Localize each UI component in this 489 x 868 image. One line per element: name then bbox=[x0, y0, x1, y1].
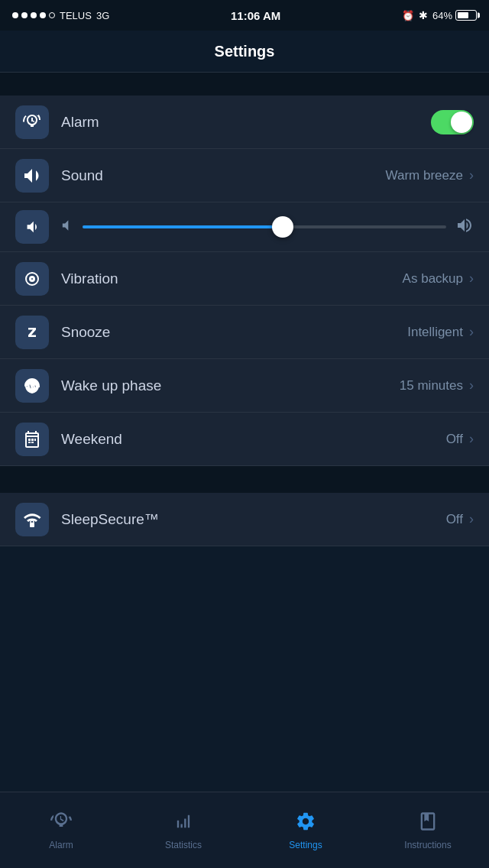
volume-slider-fill bbox=[83, 225, 283, 228]
sleepsecure-label: SleepSecure™ bbox=[61, 511, 446, 528]
instructions-tab-label: Instructions bbox=[404, 840, 451, 850]
instructions-tab-icon bbox=[417, 811, 439, 835]
signal-dot-5 bbox=[49, 12, 55, 18]
vibration-value: As backup bbox=[403, 271, 463, 287]
svg-rect-8 bbox=[31, 442, 34, 443]
signal-dot-4 bbox=[40, 12, 46, 18]
status-right: ⏰ ✱ 64% bbox=[402, 9, 477, 21]
statistics-tab-icon bbox=[173, 811, 194, 835]
volume-high-icon bbox=[455, 216, 474, 238]
svg-rect-4 bbox=[28, 439, 31, 441]
wakeup-chevron: › bbox=[469, 377, 474, 394]
network-type: 3G bbox=[96, 10, 109, 21]
snooze-chevron: › bbox=[469, 324, 474, 340]
vibration-icon bbox=[15, 262, 49, 296]
alarm-tab-label: Alarm bbox=[49, 840, 73, 850]
status-bar: TELUS 3G 11:06 AM ⏰ ✱ 64% bbox=[0, 0, 489, 31]
battery-icon bbox=[455, 10, 477, 21]
svg-rect-9 bbox=[30, 523, 34, 527]
tab-statistics[interactable]: Statistics bbox=[122, 792, 244, 868]
sound-label: Sound bbox=[61, 167, 386, 184]
carrier-text: TELUS bbox=[60, 10, 92, 21]
volume-icon-box bbox=[15, 210, 49, 244]
tab-instructions[interactable]: Instructions bbox=[367, 792, 489, 868]
wakeup-value: 15 minutes bbox=[400, 378, 463, 394]
weekend-value: Off bbox=[446, 432, 463, 447]
battery-percent: 64% bbox=[432, 10, 452, 21]
alarm-toggle-knob bbox=[451, 112, 472, 133]
battery-container: 64% bbox=[432, 10, 477, 21]
signal-dot-1 bbox=[12, 12, 18, 18]
top-spacer bbox=[0, 73, 489, 96]
statistics-tab-label: Statistics bbox=[165, 840, 202, 850]
snooze-icon bbox=[15, 316, 49, 349]
status-time: 11:06 AM bbox=[231, 9, 280, 22]
volume-row bbox=[0, 202, 489, 252]
status-left: TELUS 3G bbox=[12, 10, 109, 21]
wakeup-row[interactable]: Wake up phase 15 minutes › bbox=[0, 359, 489, 413]
volume-slider-thumb[interactable] bbox=[272, 216, 293, 238]
signal-dot-2 bbox=[21, 12, 28, 18]
weekend-chevron: › bbox=[469, 431, 474, 447]
tab-settings[interactable]: Settings bbox=[244, 792, 367, 868]
svg-rect-6 bbox=[34, 439, 36, 441]
section-gap bbox=[0, 466, 489, 493]
svg-point-0 bbox=[31, 119, 33, 121]
page-title: Settings bbox=[215, 43, 275, 60]
vibration-chevron: › bbox=[469, 270, 474, 287]
alarm-toggle[interactable] bbox=[431, 110, 474, 134]
vibration-label: Vibration bbox=[61, 270, 403, 287]
wakeup-label: Wake up phase bbox=[61, 377, 400, 394]
sleepsecure-row[interactable]: SleepSecure™ Off › bbox=[0, 493, 489, 546]
sleep-secure-section: SleepSecure™ Off › bbox=[0, 493, 489, 546]
sound-row[interactable]: Sound Warm breeze › bbox=[0, 149, 489, 202]
tab-alarm[interactable]: Alarm bbox=[0, 792, 122, 868]
weekend-row[interactable]: Weekend Off › bbox=[0, 413, 489, 466]
alarm-tab-icon bbox=[50, 811, 72, 835]
volume-speaker-icon bbox=[24, 219, 40, 235]
alarm-icon bbox=[15, 105, 49, 139]
sleepsecure-value: Off bbox=[446, 512, 463, 527]
signal-dots bbox=[12, 12, 55, 18]
sound-value: Warm breeze bbox=[386, 168, 463, 183]
weekend-icon bbox=[15, 423, 49, 456]
signal-dot-3 bbox=[31, 12, 37, 18]
snooze-row[interactable]: Snooze Intelligent › bbox=[0, 306, 489, 359]
volume-low-icon bbox=[58, 218, 73, 236]
nav-title-bar: Settings bbox=[0, 31, 489, 73]
alarm-label: Alarm bbox=[61, 114, 431, 131]
main-settings-section: Alarm Sound Warm breeze › bbox=[0, 96, 489, 466]
settings-tab-icon bbox=[295, 811, 316, 835]
settings-tab-label: Settings bbox=[289, 840, 322, 850]
svg-rect-7 bbox=[28, 442, 31, 443]
svg-rect-5 bbox=[31, 439, 34, 441]
sound-icon bbox=[15, 159, 49, 193]
volume-slider[interactable] bbox=[83, 225, 446, 228]
tab-bar: Alarm Statistics Settings Instructions bbox=[0, 792, 489, 868]
sleepsecure-icon bbox=[15, 503, 49, 536]
weekend-label: Weekend bbox=[61, 431, 446, 448]
alarm-clock-status-icon: ⏰ bbox=[402, 10, 414, 21]
snooze-value: Intelligent bbox=[407, 325, 463, 340]
alarm-row[interactable]: Alarm bbox=[0, 96, 489, 149]
battery-fill bbox=[458, 12, 468, 18]
sound-chevron: › bbox=[469, 167, 474, 183]
wakeup-icon bbox=[15, 369, 49, 403]
sleepsecure-chevron: › bbox=[469, 511, 474, 527]
vibration-row[interactable]: Vibration As backup › bbox=[0, 252, 489, 306]
snooze-label: Snooze bbox=[61, 324, 407, 341]
bluetooth-icon: ✱ bbox=[419, 9, 428, 21]
svg-point-3 bbox=[31, 278, 33, 280]
